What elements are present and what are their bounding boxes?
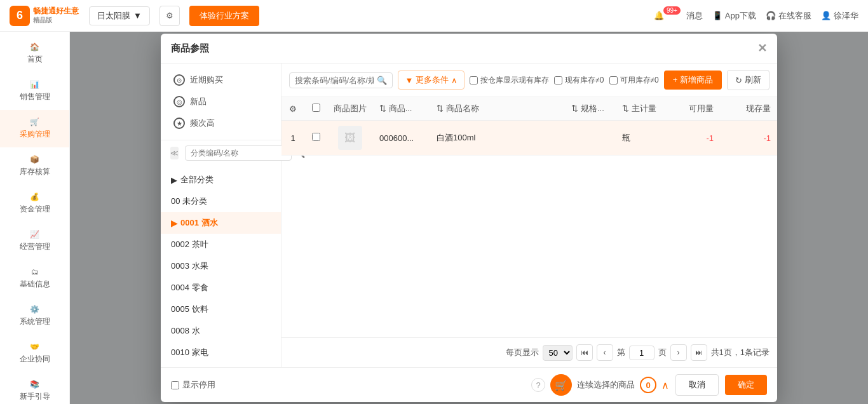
row-unit-cell: 瓶 xyxy=(616,121,663,156)
checkbox-stock-ne0-input[interactable] xyxy=(554,76,562,84)
search-icon[interactable]: 🔍 xyxy=(377,76,387,85)
filter-label: 更多条件 xyxy=(416,74,449,86)
product-search-box: 🔍 xyxy=(289,72,393,88)
sidebar-item-finance[interactable]: 💰 资金管理 xyxy=(0,185,69,222)
sidebar-item-sales[interactable]: 📊 销售管理 xyxy=(0,72,69,110)
col-header-check[interactable] xyxy=(304,97,327,121)
row-code-cell: 000600... xyxy=(373,121,430,156)
sidebar-item-stock[interactable]: 📦 库存核算 xyxy=(0,147,69,185)
product-search-input[interactable] xyxy=(295,76,374,85)
category-label: 0001 酒水 xyxy=(180,217,218,229)
row-checkbox[interactable] xyxy=(312,133,320,141)
checkbox-warehouse[interactable]: 按仓库显示现有库存 xyxy=(470,75,549,86)
store-dropdown[interactable]: 日太阳膜 ▼ xyxy=(89,6,150,25)
select-all-checkbox[interactable] xyxy=(312,104,320,112)
category-item-0008[interactable]: 0008 水 xyxy=(161,320,281,342)
sidebar-item-info[interactable]: 🗂 基础信息 xyxy=(0,260,69,297)
sidebar-item-system[interactable]: ⚙️ 系统管理 xyxy=(0,297,69,335)
prev-page-button[interactable]: ‹ xyxy=(597,344,613,361)
checkbox-avail-ne0[interactable]: 可用库存≠0 xyxy=(609,75,659,86)
category-item-00[interactable]: 00 未分类 xyxy=(161,191,281,212)
filter-button[interactable]: ▼ 更多条件 ∧ xyxy=(398,71,465,90)
row-settings-cell: 1 xyxy=(281,121,304,156)
checkbox-stock-ne0[interactable]: 现有库存≠0 xyxy=(554,75,604,86)
user-menu-button[interactable]: 👤 徐泽华 xyxy=(821,10,858,22)
modal-close-button[interactable]: ✕ xyxy=(757,41,767,55)
headset-icon: 🎧 xyxy=(766,11,776,20)
category-list: ▶ 全部分类 00 未分类 ▶ 0001 酒水 0002 茶 xyxy=(161,166,281,361)
expand-icon: ▶ xyxy=(171,175,177,185)
modal-dialog: 商品参照 ✕ ⊙ 近期购买 ◎ 新 xyxy=(161,34,777,402)
category-item-0001[interactable]: ▶ 0001 酒水 xyxy=(161,212,281,234)
checkbox-warehouse-input[interactable] xyxy=(470,76,478,84)
col-header-name[interactable]: ⇅ 商品名称 xyxy=(430,97,565,121)
sidebar-item-label: 企业协同 xyxy=(20,354,50,365)
left-panel: ⊙ 近期购买 ◎ 新品 ★ 频次高 xyxy=(161,64,281,367)
category-item-0003[interactable]: 0003 水果 xyxy=(161,255,281,277)
help-button[interactable]: ? xyxy=(531,378,545,392)
row-name-cell: 白酒100ml xyxy=(430,121,565,156)
first-page-button[interactable]: ⏮ xyxy=(576,344,593,361)
per-page-select[interactable]: 50 xyxy=(543,345,573,361)
tab-new-label: 新品 xyxy=(190,96,207,107)
page-number-input[interactable] xyxy=(629,346,654,360)
filter-icon: ▼ xyxy=(405,76,413,85)
right-panel: 🔍 ▼ 更多条件 ∧ 按仓库显示现有库存 xyxy=(281,64,777,367)
product-unit: 瓶 xyxy=(622,133,630,142)
cart-icon[interactable]: 🛒 xyxy=(550,374,572,396)
sidebar-item-home[interactable]: 🏠 首页 xyxy=(0,35,69,72)
confirm-button[interactable]: 确定 xyxy=(725,375,767,395)
last-page-button[interactable]: ⏭ xyxy=(691,344,707,361)
sidebar-item-corp[interactable]: 🤝 企业协同 xyxy=(0,335,69,372)
trial-button[interactable]: 体验行业方案 xyxy=(189,6,259,26)
category-item-0002[interactable]: 0002 茶叶 xyxy=(161,234,281,255)
app-download-button[interactable]: 📱 App下载 xyxy=(712,10,756,22)
collapse-button[interactable]: ≪ xyxy=(170,147,179,159)
sort-icon: ⇅ xyxy=(571,104,578,113)
messages-button[interactable]: 🔔 99+ 消息 xyxy=(654,10,703,22)
col-header-spec[interactable]: ⇅ 规格... xyxy=(565,97,616,121)
category-search-input[interactable] xyxy=(185,145,292,161)
edition-label: 精品版 xyxy=(33,16,79,25)
sidebar-item-label: 首页 xyxy=(27,54,43,65)
mobile-icon: 📱 xyxy=(712,11,722,20)
next-page-button[interactable]: › xyxy=(670,344,687,361)
category-item-all[interactable]: ▶ 全部分类 xyxy=(161,169,281,191)
checkbox-avail-ne0-input[interactable] xyxy=(609,76,618,84)
tab-frequent[interactable]: ★ 频次高 xyxy=(167,113,275,133)
col-header-unit[interactable]: ⇅ 主计量 xyxy=(616,97,663,121)
category-label: 全部分类 xyxy=(180,174,214,185)
tab-recent[interactable]: ⊙ 近期购买 xyxy=(167,70,275,90)
show-disabled-checkbox[interactable]: 显示停用 xyxy=(171,379,215,391)
add-product-button[interactable]: + 新增商品 xyxy=(664,71,722,90)
frequent-icon: ★ xyxy=(173,118,185,129)
table-row[interactable]: 1 🖼 00 xyxy=(281,121,777,156)
row-avail-cell: -1 xyxy=(663,121,720,156)
left-panel-tabs: ⊙ 近期购买 ◎ 新品 ★ 频次高 xyxy=(161,70,281,140)
sidebar-item-purchase[interactable]: 🛒 采购管理 xyxy=(0,110,69,147)
sidebar-item-guide[interactable]: 📚 新手引导 xyxy=(0,372,69,404)
app-download-label: App下载 xyxy=(725,10,756,22)
table-header-row: ⚙ 商品图片 xyxy=(281,97,777,121)
sidebar-item-label: 基础信息 xyxy=(20,279,50,290)
category-item-0010[interactable]: 0010 家电 xyxy=(161,342,281,361)
info-icon: 🗂 xyxy=(31,267,39,276)
cancel-button[interactable]: 取消 xyxy=(675,374,719,396)
col-header-settings[interactable]: ⚙ xyxy=(281,97,304,121)
category-item-0005[interactable]: 0005 饮料 xyxy=(161,299,281,320)
col-header-code[interactable]: ⇅ 商品... xyxy=(373,97,430,121)
row-check-cell[interactable] xyxy=(304,121,327,156)
sidebar-item-biz[interactable]: 📈 经营管理 xyxy=(0,222,69,260)
show-disabled-input[interactable] xyxy=(171,381,179,389)
tab-new[interactable]: ◎ 新品 xyxy=(167,91,275,112)
col-header-stock: 现存量 xyxy=(720,97,777,121)
category-label: 0004 零食 xyxy=(171,282,208,293)
category-item-0004[interactable]: 0004 零食 xyxy=(161,277,281,299)
sidebar-item-label: 新手引导 xyxy=(20,391,50,402)
refresh-button[interactable]: ↻ 刷新 xyxy=(727,70,770,90)
product-name: 白酒100ml xyxy=(437,133,475,142)
settings-button[interactable]: ⚙ xyxy=(159,6,180,26)
collapse-cart-icon[interactable]: ∧ xyxy=(661,379,669,391)
row-spec-cell xyxy=(565,121,616,156)
online-service-button[interactable]: 🎧 在线客服 xyxy=(766,10,811,22)
